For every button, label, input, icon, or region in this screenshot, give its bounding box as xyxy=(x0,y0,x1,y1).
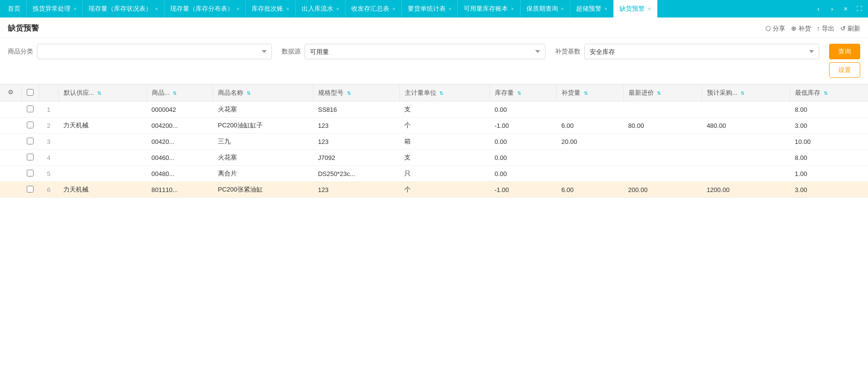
tab-available[interactable]: 可用量库存账本 × xyxy=(458,0,520,18)
row-checkbox-cell xyxy=(21,102,39,118)
table-row[interactable]: 3 00420... 三九 123 箱 0.00 20.00 10.00 xyxy=(0,134,868,150)
tab-stock-dist-label: 现存量（库存分布表） xyxy=(170,4,234,13)
table-body: 1 0000042 火花塞 SS816 支 0.00 8.00 2 力天机械 0… xyxy=(0,102,868,198)
export-button[interactable]: ↑ 导出 xyxy=(817,24,835,33)
col-supplier-label: 默认供应... xyxy=(64,89,94,96)
col-latest-price-sort[interactable]: ⇅ xyxy=(657,90,661,96)
tab-expiry[interactable]: 保质期查询 × xyxy=(521,0,570,18)
replenish-button[interactable]: ⊕ 补货 xyxy=(791,24,811,33)
row-checkbox[interactable] xyxy=(27,154,34,160)
col-product-name-sort[interactable]: ⇅ xyxy=(247,90,251,96)
row-unit: 支 xyxy=(399,150,489,166)
tab-fullscreen-button[interactable]: ⛶ xyxy=(852,2,866,16)
query-button[interactable]: 查询 xyxy=(829,44,860,59)
col-header-est-purchase: 预计采购... ⇅ xyxy=(702,85,790,102)
tab-collect-label: 收发存汇总表 xyxy=(351,4,389,13)
tab-stock-status[interactable]: 现存量（库存状况表） × xyxy=(83,0,164,18)
row-checkbox[interactable] xyxy=(27,138,34,144)
row-supplier xyxy=(58,166,146,182)
table-row[interactable]: 1 0000042 火花塞 SS816 支 0.00 8.00 xyxy=(0,102,868,118)
table-row[interactable]: 6 力天机械 801110... PC200张紧油缸 123 个 -1.00 6… xyxy=(0,182,868,198)
col-spec-label: 规格型号 xyxy=(318,89,344,96)
row-stock-qty: -1.00 xyxy=(489,118,556,134)
replenish-select[interactable]: 安全库存 xyxy=(584,44,819,59)
tab-shortage[interactable]: 缺货预警 × xyxy=(614,0,657,18)
tab-inout-flow-close[interactable]: × xyxy=(336,6,339,12)
tab-order-stat[interactable]: 要货单统计表 × xyxy=(402,0,458,18)
datasource-select[interactable]: 可用量 xyxy=(305,44,546,59)
table-row[interactable]: 5 00480... 离合片 DS250*23c... 只 0.00 1.00 xyxy=(0,166,868,182)
row-checkbox[interactable] xyxy=(27,186,34,193)
share-button[interactable]: ⬡ 分享 xyxy=(765,24,785,33)
tab-available-close[interactable]: × xyxy=(511,6,514,12)
row-replenish-qty: 6.00 xyxy=(557,118,623,134)
tab-collect-close[interactable]: × xyxy=(392,6,395,12)
row-checkbox-cell xyxy=(21,150,39,166)
col-unit-sort[interactable]: ⇅ xyxy=(439,90,443,96)
select-all-checkbox[interactable] xyxy=(27,89,34,96)
tab-overstock-close[interactable]: × xyxy=(604,6,607,12)
col-spec-sort[interactable]: ⇅ xyxy=(347,90,351,96)
col-est-purchase-label: 预计采购... xyxy=(707,89,738,96)
row-latest-price xyxy=(623,102,702,118)
tab-stock-status-close[interactable]: × xyxy=(155,6,158,12)
col-replenish-qty-sort[interactable]: ⇅ xyxy=(584,90,588,96)
col-product-code-sort[interactable]: ⇅ xyxy=(173,90,177,96)
tab-order-stat-label: 要货单统计表 xyxy=(408,4,446,13)
row-checkbox[interactable] xyxy=(27,122,34,128)
row-product-name: PC200张紧油缸 xyxy=(213,182,313,198)
row-supplier: 力天机械 xyxy=(58,118,146,134)
filter-category: 商品分类 xyxy=(8,44,272,59)
col-header-min-stock: 最低库存 ⇅ xyxy=(790,85,868,102)
col-product-name-label: 商品名称 xyxy=(218,89,243,96)
col-est-purchase-sort[interactable]: ⇅ xyxy=(741,90,744,96)
row-spec: 123 xyxy=(313,134,399,150)
tab-overstock[interactable]: 超储预警 × xyxy=(570,0,614,18)
row-product-name: 三九 xyxy=(213,134,313,150)
table-row[interactable]: 4 00460... 火花塞 J7092 支 0.00 8.00 xyxy=(0,150,868,166)
tab-expiry-close[interactable]: × xyxy=(561,6,564,12)
table-settings-icon[interactable]: ⚙ xyxy=(6,88,15,97)
row-supplier xyxy=(58,134,146,150)
row-checkbox[interactable] xyxy=(27,106,34,112)
tab-stock-dist-close[interactable]: × xyxy=(236,6,239,12)
tab-exception-close[interactable]: × xyxy=(73,6,76,12)
tab-shortage-close[interactable]: × xyxy=(648,6,651,12)
row-latest-price xyxy=(623,134,702,150)
row-product-name: 离合片 xyxy=(213,166,313,182)
row-index: 5 xyxy=(39,166,58,182)
col-min-stock-sort[interactable]: ⇅ xyxy=(824,90,828,96)
refresh-button[interactable]: ↺ 刷新 xyxy=(840,24,860,33)
tab-home-label: 首页 xyxy=(8,4,20,13)
tab-batch-account[interactable]: 库存批次账 × xyxy=(246,0,295,18)
col-stock-qty-sort[interactable]: ⇅ xyxy=(517,90,521,96)
tab-stock-dist[interactable]: 现存量（库存分布表） × xyxy=(164,0,246,18)
tab-collect[interactable]: 收发存汇总表 × xyxy=(345,0,401,18)
tab-prev-button[interactable]: ‹ xyxy=(812,2,825,16)
row-index: 1 xyxy=(39,102,58,118)
tab-batch-account-close[interactable]: × xyxy=(286,6,289,12)
category-label: 商品分类 xyxy=(8,47,33,56)
category-select[interactable] xyxy=(37,44,272,59)
col-supplier-sort[interactable]: ⇅ xyxy=(97,90,101,96)
row-supplier xyxy=(58,150,146,166)
col-header-stock-qty: 库存量 ⇅ xyxy=(489,85,556,102)
tab-home[interactable]: 首页 xyxy=(2,0,27,18)
row-product-name: 火花塞 xyxy=(213,150,313,166)
tab-order-stat-close[interactable]: × xyxy=(449,6,452,12)
row-index: 2 xyxy=(39,118,58,134)
row-stock-qty: 0.00 xyxy=(489,166,556,182)
col-header-checkbox xyxy=(21,85,39,102)
settings-button[interactable]: 设置 xyxy=(829,62,860,78)
table-row[interactable]: 2 力天机械 004200... PC200油缸缸子 123 个 -1.00 6… xyxy=(0,118,868,134)
tab-next-button[interactable]: › xyxy=(825,2,839,16)
row-checkbox[interactable] xyxy=(27,170,34,176)
page-title: 缺货预警 xyxy=(8,23,39,34)
tab-inout-flow[interactable]: 出入库流水 × xyxy=(296,0,345,18)
tab-close-all-button[interactable]: × xyxy=(839,2,852,16)
col-header-latest-price: 最新进价 ⇅ xyxy=(623,85,702,102)
row-settings xyxy=(0,182,21,198)
row-product-code: 00420... xyxy=(146,134,213,150)
tab-exception[interactable]: 拣货异常处理 × xyxy=(27,0,83,18)
replenish-label: 补货 xyxy=(798,24,811,33)
